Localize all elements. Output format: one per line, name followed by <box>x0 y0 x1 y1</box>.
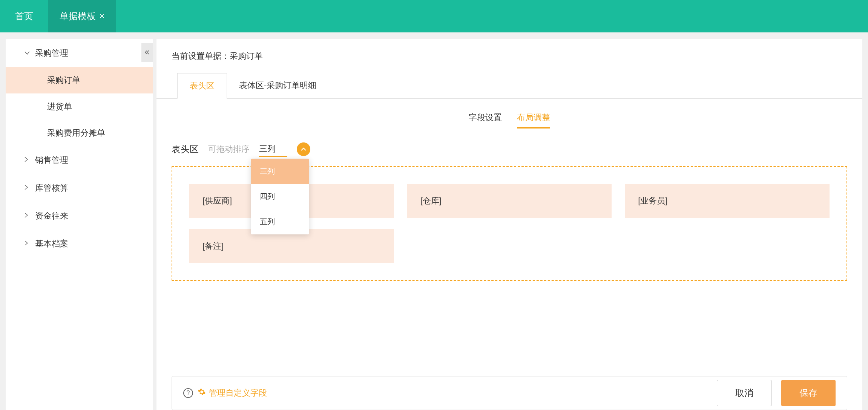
sidebar-group-label: 销售管理 <box>35 155 68 166</box>
chevron-down-icon <box>25 50 30 57</box>
help-icon[interactable]: ? <box>183 388 193 398</box>
current-doc-label: 当前设置单据：采购订单 <box>156 50 862 62</box>
sidebar-group-label: 采购管理 <box>35 47 68 59</box>
dropdown-toggle[interactable] <box>297 142 310 156</box>
sidebar-group-basic[interactable]: 基本档案 <box>6 230 153 258</box>
chevron-double-left-icon <box>144 50 150 55</box>
content-panel: 当前设置单据：采购订单 表头区 表体区-采购订单明细 字段设置 布局调整 表头区… <box>156 39 862 410</box>
column-selector: 三列 四列 五列 <box>259 142 287 157</box>
dropdown-option-3[interactable]: 三列 <box>251 159 309 184</box>
field-salesperson[interactable]: [业务员] <box>625 184 830 218</box>
chevron-right-icon <box>25 213 30 219</box>
sidebar: 采购管理 采购订单 进货单 采购费用分摊单 销售管理 库管核算 资金往来 <box>6 39 153 410</box>
field-warehouse[interactable]: [仓库] <box>407 184 612 218</box>
sidebar-group-purchase[interactable]: 采购管理 <box>6 39 153 67</box>
chevron-right-icon <box>25 157 30 164</box>
tab-template-label: 单据模板 <box>60 10 96 22</box>
sub-tab-field[interactable]: 字段设置 <box>469 108 502 129</box>
collapse-icon[interactable] <box>141 43 153 62</box>
column-dropdown: 三列 四列 五列 <box>251 159 309 234</box>
chevron-up-icon <box>301 147 306 151</box>
area-tabs: 表头区 表体区-采购订单明细 <box>156 73 862 99</box>
header-area-label: 表头区 <box>172 143 199 155</box>
sidebar-group-label: 库管核算 <box>35 182 68 194</box>
sidebar-item-allocation[interactable]: 采购费用分摊单 <box>6 120 153 146</box>
manage-custom-fields-link[interactable]: 管理自定义字段 <box>209 387 267 399</box>
sidebar-item-receipt[interactable]: 进货单 <box>6 93 153 120</box>
main-container: 采购管理 采购订单 进货单 采购费用分摊单 销售管理 库管核算 资金往来 <box>0 32 868 410</box>
save-button[interactable]: 保存 <box>781 380 836 406</box>
sidebar-group-label: 基本档案 <box>35 238 68 249</box>
sub-tabs: 字段设置 布局调整 <box>156 108 862 129</box>
dropdown-option-5[interactable]: 五列 <box>251 209 309 234</box>
header-section: 表头区 可拖动排序 三列 四列 五列 <box>156 129 862 166</box>
tab-template[interactable]: 单据模板 × <box>48 0 116 32</box>
tab-home[interactable]: 首页 <box>0 0 48 32</box>
cancel-button[interactable]: 取消 <box>717 380 772 406</box>
sidebar-group-sales[interactable]: 销售管理 <box>6 146 153 174</box>
sidebar-group-finance[interactable]: 资金往来 <box>6 202 153 230</box>
top-bar: 首页 单据模板 × <box>0 0 868 32</box>
sub-tab-layout[interactable]: 布局调整 <box>517 108 550 129</box>
footer-buttons: 取消 保存 <box>717 380 836 406</box>
column-input[interactable] <box>259 142 287 157</box>
sidebar-group-inventory[interactable]: 库管核算 <box>6 174 153 202</box>
sidebar-group-label: 资金往来 <box>35 210 68 222</box>
chevron-right-icon <box>25 185 30 191</box>
gear-icon <box>198 388 206 398</box>
sidebar-item-purchase-order[interactable]: 采购订单 <box>6 67 153 93</box>
footer-bar: ? 管理自定义字段 取消 保存 <box>172 376 847 410</box>
close-icon[interactable]: × <box>100 11 104 21</box>
chevron-right-icon <box>25 240 30 247</box>
drag-hint: 可拖动排序 <box>208 144 250 155</box>
dropdown-option-4[interactable]: 四列 <box>251 184 309 209</box>
area-tab-header[interactable]: 表头区 <box>177 73 227 99</box>
area-tab-body[interactable]: 表体区-采购订单明细 <box>227 73 328 98</box>
